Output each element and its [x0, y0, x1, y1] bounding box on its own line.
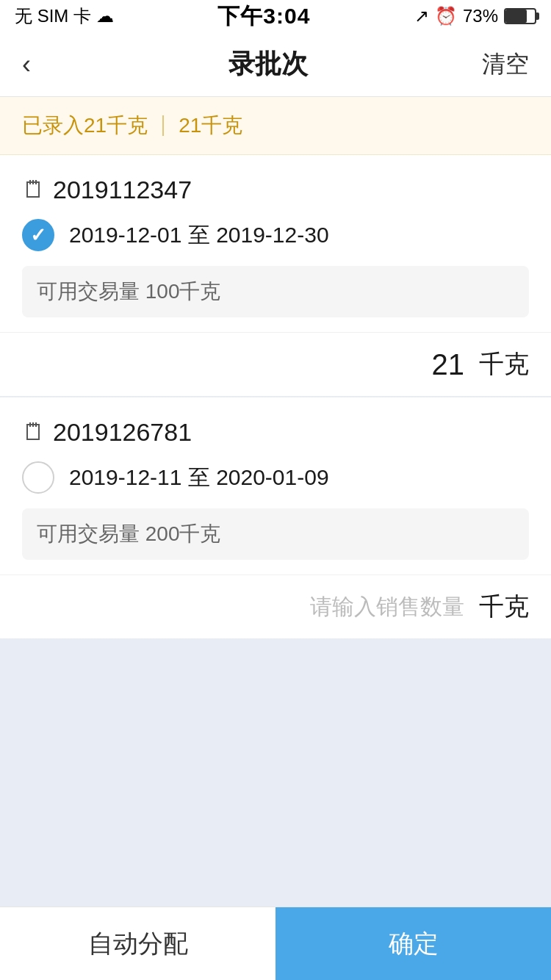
date-range-1: 2019-12-01 至 2019-12-30: [69, 220, 329, 251]
batch-id-2: 2019126781: [53, 418, 192, 447]
unit-label-1: 千克: [479, 347, 529, 381]
confirm-button[interactable]: 确定: [276, 907, 551, 980]
batch-header-2: 🗒 2019126781: [0, 397, 551, 454]
avail-row-2: 可用交易量 200千克: [22, 508, 529, 560]
unit-label-2: 千克: [479, 590, 529, 624]
batch-row-2[interactable]: 2019-12-11 至 2020-01-09: [0, 454, 551, 501]
quantity-placeholder-2: 请输入销售数量: [22, 592, 464, 622]
clear-button[interactable]: 清空: [470, 48, 529, 81]
nav-bar: ‹ 录批次 清空: [0, 32, 551, 97]
info-value: 21千克: [179, 112, 242, 140]
no-sim-text: 无 SIM 卡 ☁: [15, 4, 114, 28]
auto-distribute-button[interactable]: 自动分配: [0, 907, 276, 980]
quantity-row-2: 请输入销售数量 千克: [0, 574, 551, 638]
status-time: 下午3:04: [217, 1, 310, 32]
radio-selected-1[interactable]: [22, 219, 54, 251]
battery-icon: [504, 8, 536, 24]
main-content: 🗒 2019112347 2019-12-01 至 2019-12-30 可用交…: [0, 155, 551, 965]
bottom-bar: 自动分配 确定: [0, 907, 551, 980]
info-divider: [162, 115, 164, 136]
back-button[interactable]: ‹: [22, 49, 66, 80]
page-title: 录批次: [228, 46, 308, 82]
avail-row-1: 可用交易量 100千克: [22, 266, 529, 317]
quantity-input-1[interactable]: [376, 348, 464, 381]
radio-unselected-2[interactable]: [22, 461, 54, 494]
doc-icon-1: 🗒: [22, 176, 46, 203]
batch-card-1: 🗒 2019112347 2019-12-01 至 2019-12-30 可用交…: [0, 155, 551, 396]
status-left: 无 SIM 卡 ☁: [15, 4, 114, 28]
battery-percent: 73%: [463, 6, 498, 26]
info-banner: 已录入21千克 21千克: [0, 97, 551, 155]
location-icon: ↗: [414, 6, 429, 26]
recorded-label: 已录入21千克: [22, 112, 148, 140]
quantity-row-1: 千克: [0, 332, 551, 396]
status-right: ↗ ⏰ 73%: [414, 6, 536, 26]
date-range-2: 2019-12-11 至 2020-01-09: [69, 463, 329, 493]
alarm-icon: ⏰: [435, 6, 457, 26]
batch-row-1[interactable]: 2019-12-01 至 2019-12-30: [0, 212, 551, 259]
batch-card-2: 🗒 2019126781 2019-12-11 至 2020-01-09 可用交…: [0, 397, 551, 638]
batch-header-1: 🗒 2019112347: [0, 155, 551, 212]
status-bar: 无 SIM 卡 ☁ 下午3:04 ↗ ⏰ 73%: [0, 0, 551, 32]
battery-fill: [505, 10, 527, 23]
doc-icon-2: 🗒: [22, 419, 46, 446]
batch-id-1: 2019112347: [53, 176, 192, 204]
